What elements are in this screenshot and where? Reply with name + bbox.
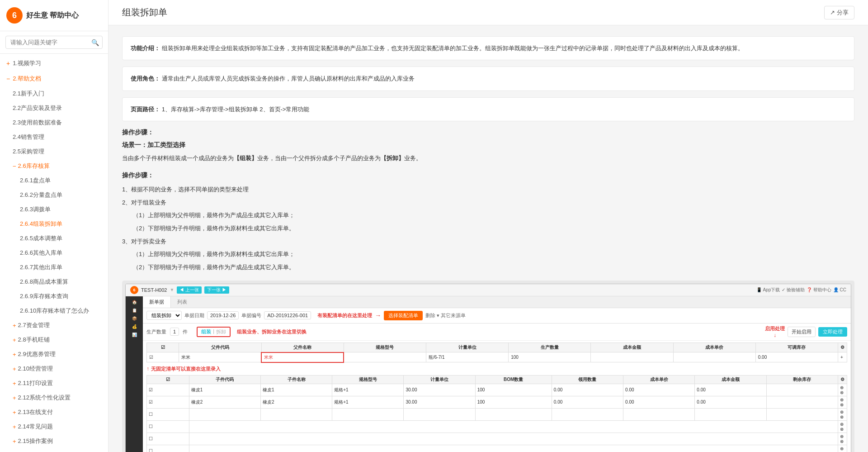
mock-enable-input: 开始启用 [788, 327, 816, 337]
print-plus-icon: + [13, 380, 16, 387]
mock-tabs: 新单据 列表 [143, 296, 851, 308]
mock-tab-new[interactable]: 新单据 [143, 296, 171, 308]
mock-date-label: 单据日期 [184, 312, 204, 319]
mock-row1-name[interactable]: 米米 [261, 352, 344, 362]
mock-row1-check[interactable]: ☑ [147, 352, 179, 362]
sidebar-item-newbie[interactable]: 2.1新手入门 [0, 86, 108, 101]
mock-prev-btn[interactable]: ◀ 上一张 [177, 286, 202, 294]
mock-help-icon: ❓ 帮助中心 [807, 287, 831, 293]
mock-processing-row: 生产数量 1 件 组装 | 拆卸 组装业务、拆卸业务在这 [143, 324, 851, 341]
ops-plus-icon: + [13, 366, 16, 372]
path-text: 1、库存核算->库存管理->组装拆卸单 2、首页->常用功能 [162, 106, 310, 113]
sidebar-item-video[interactable]: + 1.视频学习 [0, 56, 108, 71]
mock-tab-list[interactable]: 列表 [171, 296, 193, 308]
mock-next-btn[interactable]: 下一张 ▶ [204, 286, 229, 294]
sidebar-item-inventory-1[interactable]: 2.6.1盘点单 [0, 173, 108, 188]
mock-form-toolbar: 组装拆卸 单据日期 2019-12-26 单据编号 AD-20191226-00… [143, 308, 851, 324]
search-input[interactable] [5, 36, 103, 49]
step-3-2: （2）下部明细为子件明细，最终作为产成品生成其它入库单。 [122, 262, 854, 273]
mock-sub-col-check: ☑ [147, 375, 189, 384]
payment-plus-icon: + [13, 409, 16, 416]
sidebar-item-inventory-9[interactable]: 2.6.9库存账本查询 [0, 289, 108, 304]
sidebar-item-install[interactable]: 2.2产品安装及登录 [0, 101, 108, 115]
share-icon: ↗ [830, 9, 835, 16]
mock-sub-col-remain: 剩余库存 [766, 375, 838, 384]
mock-row1-spec [344, 352, 426, 362]
mock-top-table-area: ☑ 父件代码 父件名称 规格型号 计量单位 生产数量 成本金额 成本单价 [143, 341, 851, 365]
mock-sub-col-code: 子件代码 [189, 375, 260, 384]
sidebar-item-inventory-6[interactable]: 2.6.6其他入库单 [0, 246, 108, 260]
mock-col-spec: 规格型号 [344, 343, 426, 352]
mock-qty-input[interactable]: 1 [170, 328, 179, 336]
mock-sidebar-icon3: 📦 [132, 316, 137, 321]
step-2: 2、对于组装业务 [122, 197, 854, 209]
sidebar-item-print[interactable]: + 2.11打印设置 [0, 376, 108, 390]
mock-qty-label: 生产数量 [146, 328, 166, 335]
sidebar-item-inventory-10[interactable]: 2.6.10库存账本错了怎么办 [0, 304, 108, 318]
sidebar-item-finance[interactable]: + 2.7资金管理 [0, 318, 108, 333]
mock-no-label: 单据编号 [241, 312, 261, 319]
mock-date-input[interactable]: 2019-12-26 [207, 311, 239, 319]
sidebar-item-inventory[interactable]: − 2.6库存核算 [0, 159, 108, 173]
sidebar-item-faq[interactable]: + 2.14常见问题 [0, 419, 108, 434]
sidebar-item-inventory-7[interactable]: 2.6.7其他出库单 [0, 260, 108, 275]
mock-col-prod-qty: 生产数量 [509, 343, 591, 352]
mock-row1-prod-qty: 100 [509, 352, 591, 362]
mock-check-icon: ✓ 验验辅助 [782, 287, 805, 293]
mock-action-icons: 删除 ▾ 其它来源单 [425, 312, 466, 319]
step-list: 1、根据不同的业务，选择不同单据的类型来处理 2、对于组装业务 （1）上部明细为… [122, 184, 854, 273]
mock-sub-row-3: ☐ [147, 408, 847, 420]
step-2-2: （2）下部明细为子件明细，最终作为原材料生成其它出库单。 [122, 223, 854, 234]
mock-sub-row-1: ☑ 橡皮1 橡皮1 规格+1 30.00 100 0.00 0.00 [147, 384, 847, 396]
sidebar-item-purchase[interactable]: 2.5采购管理 [0, 144, 108, 159]
path-box: 页面路径： 1、库存核算->库存管理->组装拆卸单 2、首页->常用功能 [122, 97, 854, 121]
mock-sub-col-cost-unit: 成本单价 [623, 375, 695, 384]
step-3-1: （1）上部明细为父件明细，最终作为原材料生成其它出库单； [122, 249, 854, 260]
mock-row1-name-text: 米米 [264, 355, 273, 360]
mock-col-parent-code: 父件代码 [179, 343, 261, 352]
expand-icon: + [6, 60, 10, 67]
mock-no-input[interactable]: AD-20191226-001 [264, 311, 311, 319]
mock-row1-action[interactable]: + [838, 352, 847, 362]
mock-row1-code: 米米 [179, 352, 261, 362]
sidebar-item-inventory-5[interactable]: 2.6.5成本调整单 [0, 231, 108, 246]
personalize-plus-icon: + [13, 395, 16, 401]
mock-app-id: TEST-H002 [141, 287, 167, 293]
mock-select-bom-btn[interactable]: 选择装配清单 [384, 311, 423, 320]
sidebar-item-personalize[interactable]: + 2.12系统个性化设置 [0, 390, 108, 405]
mock-bottom-table: ☑ 子件代码 子件名称 规格型号 计量单位 BOM数量 领用数量 成本单价 [146, 375, 847, 452]
mock-col-cost-unit: 成本单价 [673, 343, 755, 352]
step-1: 1、根据不同的业务，选择不同单据的类型来处理 [122, 184, 854, 195]
mock-col-parent-name: 父件名称 [261, 343, 344, 352]
sidebar-item-inventory-3[interactable]: 2.6.3调拨单 [0, 202, 108, 217]
search-icon[interactable]: 🔍 [91, 39, 99, 46]
sidebar-item-cases[interactable]: + 2.15操作案例 [0, 434, 108, 448]
sidebar-item-online-payment[interactable]: + 2.13在线支付 [0, 405, 108, 419]
mock-row1-cost-unit [673, 352, 755, 362]
mock-enable-btn[interactable]: 立即处理 [818, 327, 847, 337]
func-intro-box: 功能介绍： 组装拆卸单用来处理企业组装或拆卸等加工业务，支持有固定装配清单的产品… [122, 36, 854, 60]
sidebar-item-inventory-2[interactable]: 2.6.2分量盘点单 [0, 188, 108, 202]
annot4-text: 无固定清单可以直接在这里录入 [151, 366, 221, 372]
mock-type-disassemble[interactable]: 拆卸 [216, 328, 226, 335]
sidebar-item-ops[interactable]: + 2.10经营管理 [0, 362, 108, 376]
mock-sub-col-unit: 计量单位 [404, 375, 475, 384]
mock-type-select[interactable]: 组装拆卸 [146, 311, 182, 320]
role-label: 使用角色： [131, 75, 160, 82]
share-button[interactable]: ↗ 分享 [824, 6, 854, 19]
ops-steps-sub-title: 操作步骤： [122, 171, 854, 180]
sidebar-item-docs[interactable]: − 2.帮助文档 [0, 71, 108, 86]
mobile-plus-icon: + [13, 337, 16, 343]
mock-type-assemble[interactable]: 组装 [201, 328, 211, 335]
mock-processing-type-toggle[interactable]: 组装 | 拆卸 [197, 327, 231, 337]
sidebar-item-mobile[interactable]: + 2.8手机旺铺 [0, 333, 108, 347]
annot3-text: 启用处理 [765, 325, 785, 332]
sidebar-item-sales[interactable]: 2.4销售管理 [0, 130, 108, 144]
sidebar: 6 好生意 帮助中心 🔍 + 1.视频学习 − 2.帮助文档 2.1新手入门 2… [0, 0, 108, 452]
sidebar-item-data-prep[interactable]: 2.3使用前数据准备 [0, 115, 108, 130]
sidebar-item-inventory-8[interactable]: 2.6.8商品成本重算 [0, 275, 108, 289]
mock-sub-col-bom-qty: BOM数量 [475, 375, 552, 384]
sidebar-item-inventory-4[interactable]: 2.6.4组装拆卸单 [0, 217, 108, 231]
mock-avatar: 👤 CC [833, 287, 846, 292]
sidebar-item-coupon[interactable]: + 2.9优惠券管理 [0, 347, 108, 362]
